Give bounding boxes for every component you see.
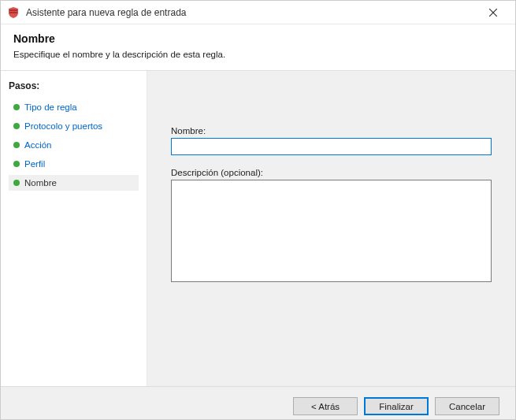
back-button[interactable]: < Atrás [293, 397, 358, 415]
firewall-icon [7, 6, 20, 19]
step-item-4[interactable]: Nombre [9, 175, 139, 191]
close-icon [489, 9, 497, 17]
step-item-2[interactable]: Acción [9, 137, 139, 153]
step-label: Nombre [24, 178, 57, 188]
page-title: Nombre [13, 32, 503, 45]
step-bullet-icon [13, 104, 20, 110]
name-input[interactable] [171, 138, 492, 155]
step-item-1[interactable]: Protocolo y puertos [9, 118, 139, 134]
step-bullet-icon [13, 161, 20, 167]
step-item-3[interactable]: Perfil [9, 156, 139, 172]
step-label: Perfil [24, 159, 45, 169]
wizard-header: Nombre Especifique el nombre y la descri… [1, 24, 515, 71]
steps-pane: Pasos: Tipo de reglaProtocolo y puertosA… [1, 71, 147, 386]
finish-button[interactable]: Finalizar [364, 397, 429, 415]
wizard-content: Pasos: Tipo de reglaProtocolo y puertosA… [1, 71, 515, 386]
step-label: Acción [24, 140, 52, 150]
step-label: Protocolo y puertos [24, 121, 102, 131]
svg-rect-1 [9, 12, 17, 13]
step-bullet-icon [13, 123, 20, 129]
close-button[interactable] [477, 2, 509, 24]
description-label: Descripción (opcional): [171, 168, 492, 177]
cancel-button[interactable]: Cancelar [435, 397, 499, 415]
step-item-0[interactable]: Tipo de regla [9, 99, 139, 115]
wizard-footer: < Atrás Finalizar Cancelar [1, 386, 515, 420]
step-label: Tipo de regla [24, 102, 77, 112]
step-bullet-icon [13, 142, 20, 148]
svg-rect-0 [9, 9, 17, 11]
window-title: Asistente para nueva regla de entrada [26, 7, 477, 18]
titlebar: Asistente para nueva regla de entrada [1, 1, 515, 24]
steps-title: Pasos: [9, 80, 139, 91]
name-label: Nombre: [171, 126, 492, 136]
step-bullet-icon [13, 180, 20, 186]
description-textarea[interactable] [171, 180, 492, 282]
main-pane: Nombre: Descripción (opcional): [147, 71, 515, 386]
page-subtitle: Especifique el nombre y la descripción d… [13, 50, 503, 59]
